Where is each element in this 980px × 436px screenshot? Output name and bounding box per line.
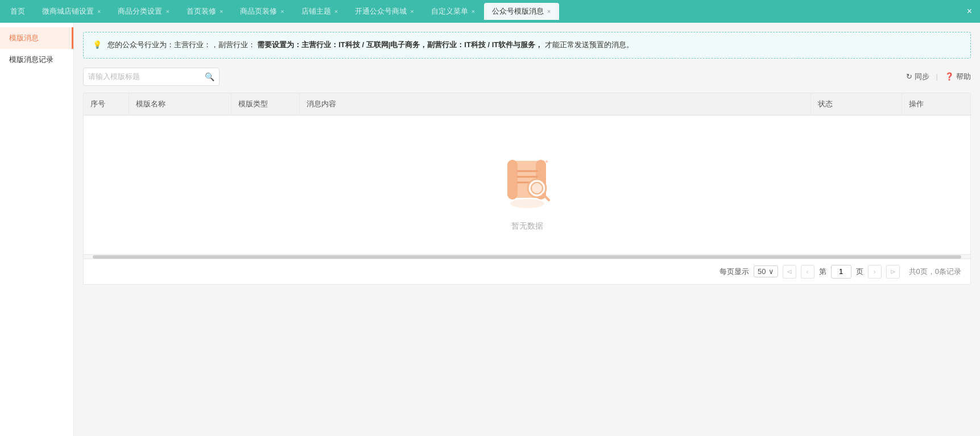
content-area: 💡 您的公众号行业为：主营行业：，副营行业： 需要设置为：主营行业：IT科技 /… [74,23,980,436]
notice-highlight: 需要设置为：主营行业：IT科技 / 互联网|电子商务，副营行业：IT科技 / I… [257,40,543,49]
tab-close-open-mall[interactable]: × [410,8,413,15]
bulb-icon: 💡 [93,40,104,49]
column-header-name: 模版名称 [129,93,231,115]
tab-home-decor[interactable]: 首页装修× [179,3,231,20]
tab-close-category-settings[interactable]: × [166,8,169,15]
table-wrap: 序号模版名称模版类型消息内容状态操作 [83,93,971,285]
sidebar: 模版消息模版消息记录 [0,23,74,436]
search-input[interactable] [88,72,205,81]
page-di-label: 第 [819,267,826,277]
tab-custom-menu[interactable]: 自定义菜单× [423,3,483,20]
last-page-button[interactable]: ⊳ [886,265,900,279]
svg-text:·: · [539,156,540,160]
scrollbar-area[interactable] [84,254,970,259]
page-size-value: 50 [758,267,766,276]
search-icon[interactable]: 🔍 [205,72,214,81]
empty-text: 暂无数据 [511,221,543,231]
tab-bar: 首页微商城店铺设置×商品分类设置×首页装修×商品页装修×店铺主题×开通公众号商城… [0,0,980,23]
tab-category-settings[interactable]: 商品分类设置× [110,3,177,20]
tab-close-template-msg[interactable]: × [547,8,551,15]
search-bar: 🔍 ↻ 同步 | ❓ 帮助 [83,68,971,86]
page-unit: 页 [856,267,863,277]
tab-close-home-decor[interactable]: × [220,8,223,15]
notice-text-before: 您的公众号行业为：主营行业：，副营行业： [107,40,255,49]
sync-button[interactable]: ↻ 同步 [906,72,929,82]
search-input-wrap[interactable]: 🔍 [83,68,220,86]
page-size-label: 每页显示 [720,267,749,277]
empty-icon: ✦ · [496,150,559,212]
tab-close-product-decor[interactable]: × [280,8,284,15]
tab-close-store-theme[interactable]: × [334,8,338,15]
tab-store-settings[interactable]: 微商城店铺设置× [34,3,109,20]
sync-icon: ↻ [906,72,912,81]
pagination: 每页显示 50 ∨ ⊲ ‹ 第 页 › ⊳ 共0页，0条记录 [84,259,970,284]
page-input[interactable] [831,265,851,279]
scrollbar-track[interactable] [93,255,961,259]
table-header: 序号模版名称模版类型消息内容状态操作 [84,93,970,115]
column-header-status: 状态 [811,93,902,115]
notice-text-after: 才能正常发送预置的消息。 [545,40,634,49]
column-header-type: 模版类型 [231,93,300,115]
svg-point-8 [531,182,543,194]
notice-banner: 💡 您的公众号行业为：主营行业：，副营行业： 需要设置为：主营行业：IT科技 /… [83,32,971,59]
next-page-button[interactable]: › [868,265,882,279]
main-layout: 模版消息模版消息记录 💡 您的公众号行业为：主营行业：，副营行业： 需要设置为：… [0,23,980,436]
sync-label: 同步 [915,72,929,82]
sidebar-item-template-msg[interactable]: 模版消息 [0,27,73,49]
svg-rect-2 [507,160,518,200]
close-all-button[interactable]: × [961,6,978,16]
column-header-action: 操作 [902,93,970,115]
sidebar-item-template-record[interactable]: 模版消息记录 [0,49,73,70]
page-size-select[interactable]: 50 ∨ [754,265,778,277]
tab-close-store-settings[interactable]: × [97,8,101,15]
empty-state: ✦ · 暂无数据 [84,115,970,254]
divider: | [936,72,938,81]
total-info: 共0页，0条记录 [909,267,961,277]
help-icon: ❓ [945,72,954,81]
first-page-button[interactable]: ⊲ [783,265,796,279]
page-size-dropdown-icon: ∨ [768,267,774,276]
help-label: 帮助 [956,72,971,82]
help-button[interactable]: ❓ 帮助 [945,72,971,82]
search-actions: ↻ 同步 | ❓ 帮助 [906,72,971,82]
tab-close-custom-menu[interactable]: × [472,8,475,15]
tab-open-mall[interactable]: 开通公众号商城× [347,3,421,20]
column-header-content: 消息内容 [300,93,811,115]
tab-template-msg[interactable]: 公众号模版消息× [484,3,559,20]
tab-home[interactable]: 首页 [2,3,33,20]
tab-store-theme[interactable]: 店铺主题× [293,3,346,20]
svg-text:✦: ✦ [544,159,549,165]
prev-page-button[interactable]: ‹ [801,265,814,279]
tab-product-decor[interactable]: 商品页装修× [232,3,292,20]
svg-point-0 [510,199,544,208]
column-header-seq: 序号 [84,93,129,115]
